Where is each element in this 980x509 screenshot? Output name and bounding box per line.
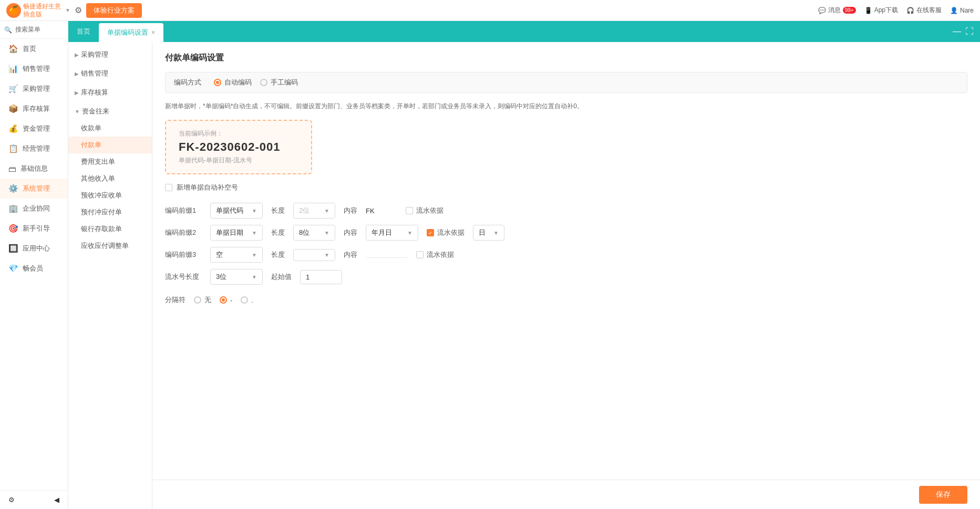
sec-item-receipt[interactable]: 收款单 [68,120,152,137]
sidebar-item-inventory[interactable]: 📦 库存核算 [0,99,68,119]
sidebar-item-finance[interactable]: 💰 资金管理 [0,119,68,139]
service-icon: 🎧 [906,7,914,14]
message-badge: 99+ [843,7,856,14]
prefix3-stream-checkbox[interactable]: 流水依据 [416,250,454,259]
start-value-input[interactable] [300,270,342,284]
page-title: 付款单编码设置 [165,53,967,64]
prefix1-select[interactable]: 单据代码 ▼ [210,203,263,219]
save-button[interactable]: 保存 [919,486,967,504]
serial-length-select[interactable]: 3位 ▼ [210,269,263,285]
serial-length-label: 流水号长度 [165,272,202,282]
sec-item-receivable-adj[interactable]: 应收应付调整单 [68,237,152,254]
page-content: 付款单编码设置 编码方式 自动编码 手工编码 [152,42,980,509]
sidebar-item-system[interactable]: ⚙️ 系统管理 [0,179,68,199]
sep-dot-radio[interactable]: . [241,296,253,304]
sec-item-prepay-receivable[interactable]: 预收冲应收单 [68,187,152,204]
sidebar-item-guide[interactable]: 🎯 新手引导 [0,219,68,238]
main-area: 首页 单据编码设置 × — ⛶ ▶ 采购管理 [68,21,980,509]
sep-dash-radio-dot [220,296,227,304]
preview-desc: 单据代码-单据日期-流水号 [179,156,298,165]
auto-radio-dot [214,79,221,86]
user-menu[interactable]: 👤 Nare [950,7,974,14]
sidebar-item-purchase[interactable]: 🛒 采购管理 [0,79,68,99]
prefix1-length-select[interactable]: 2位 ▼ [293,203,335,219]
tab-home[interactable]: 首页 [68,21,99,42]
sidebar-item-sales[interactable]: 📊 销售管理 [0,59,68,79]
online-service-button[interactable]: 🎧 在线客服 [906,6,942,15]
chevron-down-icon: ▼ [324,208,329,214]
tab-close-icon[interactable]: × [151,29,155,36]
system-icon: ⚙️ [8,184,18,193]
preview-code: FK-20230602-001 [179,140,298,154]
auto-radio[interactable]: 自动编码 [214,78,252,87]
message-button[interactable]: 💬 消息 99+ [818,6,856,15]
sep-dash-radio[interactable]: - [220,296,232,304]
sales-icon: 📊 [8,64,18,74]
guide-icon: 🎯 [8,224,18,233]
prefix2-stream-checkbox[interactable]: ✓ 流水依据 [427,228,465,237]
chevron-right-icon: ▶ [75,71,79,77]
prefix2-select[interactable]: 单据日期 ▼ [210,225,263,241]
sidebar-item-apps[interactable]: 🔲 应用中心 [0,238,68,258]
sep-none-radio[interactable]: 无 [194,295,211,305]
home-icon: 🏠 [8,44,18,54]
message-icon: 💬 [818,7,826,14]
auto-fill-checkbox[interactable] [165,184,172,191]
sec-group-inventory-header[interactable]: ▶ 库存核算 [68,84,152,101]
prefix3-content-value [366,252,408,258]
dropdown-arrow-icon[interactable]: ▼ [65,7,70,13]
sec-group-inventory: ▶ 库存核算 [68,84,152,101]
sidebar-item-enterprise[interactable]: 🏢 企业协同 [0,199,68,219]
sec-item-expense[interactable]: 费用支出单 [68,153,152,170]
manual-radio-dot [260,79,267,86]
prefix2-content-label: 内容 [344,228,357,237]
manual-radio[interactable]: 手工编码 [260,78,298,87]
prefix3-length-select[interactable]: ▼ [293,249,335,261]
sidebar-item-operations[interactable]: 📋 经营管理 [0,139,68,159]
finance-icon: 💰 [8,124,18,133]
sec-group-funds-header[interactable]: ▼ 资金往来 [68,103,152,120]
chevron-down-icon: ▼ [324,230,329,236]
brand-text: 畅捷通好生意 插盒版 [23,3,61,18]
sep-dot-radio-dot [241,296,248,304]
secondary-sidebar: ▶ 采购管理 ▶ 销售管理 ▶ 库存核算 [68,42,152,509]
tab-expand-icon[interactable]: ⛶ [965,27,974,36]
encoding-radio-group: 自动编码 手工编码 [214,78,298,87]
top-bar: 🍊 畅捷通好生意 插盒版 ▼ ⚙ 体验行业方案 💬 消息 99+ 📱 App下载… [0,0,980,21]
sec-group-purchase-header[interactable]: ▶ 采购管理 [68,46,152,63]
prefix1-label: 编码前缀1 [165,206,202,215]
footer-settings-icon[interactable]: ⚙ [8,496,15,504]
sidebar-item-basic[interactable]: 🗃 基础信息 [0,159,68,179]
info-text: 新增单据时，*单据编码*自动生成，不可编辑。前缀设置为部门、业务员等档案类，开单… [165,101,967,111]
sidebar-item-home[interactable]: 🏠 首页 [0,39,68,59]
brand: 🍊 畅捷通好生意 插盒版 [6,3,61,18]
tab-minimize-icon[interactable]: — [953,27,961,36]
operations-icon: 📋 [8,144,18,153]
experience-button[interactable]: 体验行业方案 [86,3,142,18]
sec-item-prepay-payable[interactable]: 预付冲应付单 [68,204,152,221]
app-download-button[interactable]: 📱 App下载 [864,6,898,15]
brand-icon: 🍊 [6,3,21,18]
sec-group-sales: ▶ 销售管理 [68,65,152,82]
prefix3-content-label: 内容 [344,250,357,259]
prefix3-select[interactable]: 空 ▼ [210,247,263,263]
prefix2-content-select[interactable]: 年月日 ▼ [366,225,418,241]
encoding-method-label: 编码方式 [174,78,201,87]
sec-item-bank-deposit[interactable]: 银行存取款单 [68,221,152,237]
sec-item-income[interactable]: 其他收入单 [68,170,152,187]
sec-group-sales-header[interactable]: ▶ 销售管理 [68,65,152,82]
chevron-down-icon: ▼ [75,109,80,115]
download-icon: 📱 [864,7,872,14]
sidebar-nav: 🏠 首页 📊 销售管理 🛒 采购管理 📦 库存核算 💰 资金管理 📋 经 [0,39,68,490]
sec-item-payment[interactable]: 付款单 [68,137,152,153]
prefix2-length-select[interactable]: 8位 ▼ [293,225,335,241]
search-menu[interactable]: 🔍 搜索菜单 [0,21,68,39]
sidebar-item-member[interactable]: 💎 畅会员 [0,258,68,278]
footer-collapse-icon[interactable]: ◀ [54,496,59,504]
prefix2-day-select[interactable]: 日 ▼ [473,225,504,241]
prefix3-length-label: 长度 [271,250,285,259]
enterprise-icon: 🏢 [8,204,18,213]
settings-icon[interactable]: ⚙ [75,5,82,15]
tab-encoding-settings[interactable]: 单据编码设置 × [99,23,163,42]
prefix1-stream-checkbox[interactable]: 流水依据 [406,206,443,215]
